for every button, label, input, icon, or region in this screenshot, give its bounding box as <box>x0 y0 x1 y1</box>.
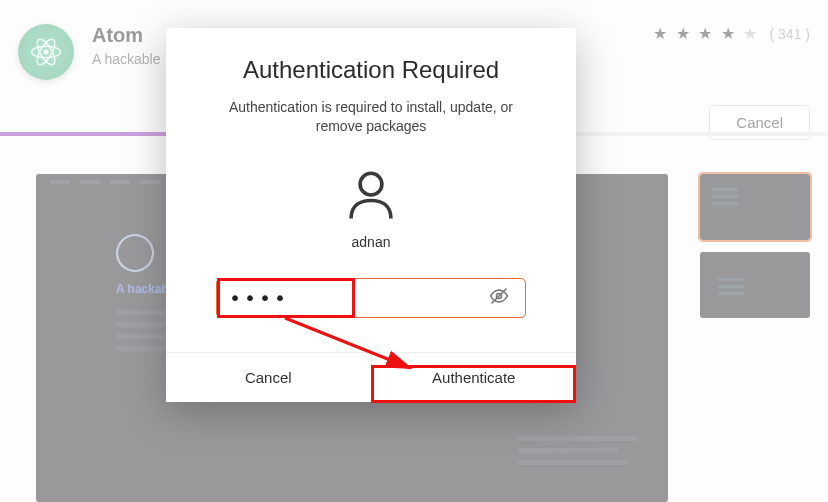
password-field-wrap <box>216 278 526 318</box>
svg-point-4 <box>360 173 382 195</box>
password-input[interactable] <box>229 286 485 310</box>
toggle-password-visibility-button[interactable] <box>485 282 513 313</box>
auth-dialog: Authentication Required Authentication i… <box>166 28 576 402</box>
auth-buttons: Cancel Authenticate <box>166 352 576 402</box>
auth-authenticate-button[interactable]: Authenticate <box>371 353 577 402</box>
auth-subtitle: Authentication is required to install, u… <box>166 98 576 136</box>
auth-username: adnan <box>352 234 391 250</box>
auth-cancel-button[interactable]: Cancel <box>166 353 371 402</box>
eye-off-icon <box>489 286 509 306</box>
user-icon <box>342 166 400 228</box>
auth-title: Authentication Required <box>243 56 499 84</box>
